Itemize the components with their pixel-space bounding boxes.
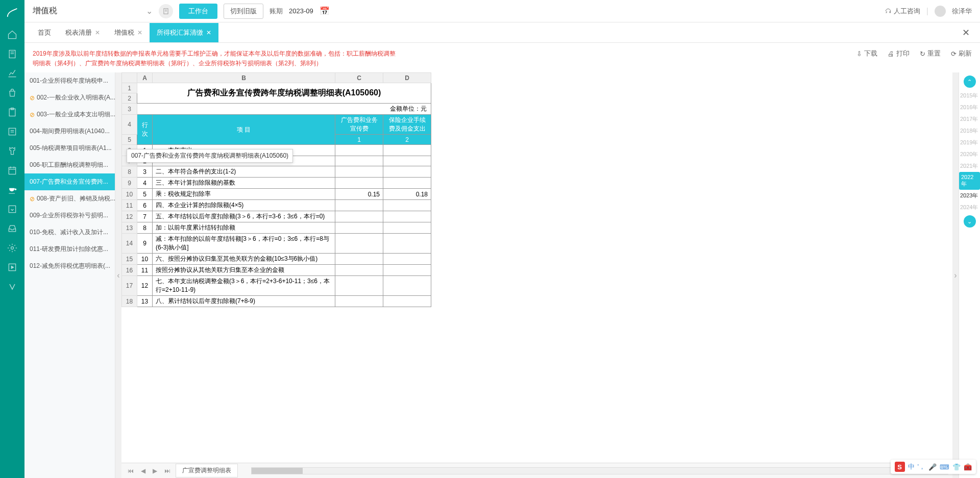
close-icon[interactable]: ✕ (137, 29, 142, 36)
sheet-nav-next[interactable]: ▶ (151, 467, 159, 474)
value-cell[interactable] (335, 166, 383, 178)
print-button[interactable]: 🖨 打印 (888, 49, 910, 58)
play-icon[interactable] (7, 262, 17, 272)
item-cell[interactable]: 乘：税收规定扣除率 (153, 189, 335, 200)
line-cell[interactable]: 7 (137, 211, 153, 222)
value-cell[interactable] (335, 145, 383, 156)
avatar[interactable] (935, 6, 946, 17)
cup-icon[interactable] (7, 185, 17, 195)
value-cell[interactable] (335, 234, 383, 254)
row-header[interactable]: 10 (122, 189, 137, 200)
workbench-button[interactable]: 工作台 (179, 4, 217, 19)
value-cell[interactable] (383, 234, 431, 254)
value-cell[interactable] (335, 222, 383, 234)
year-item[interactable]: 2024年 (959, 202, 980, 213)
col-header[interactable]: B (153, 73, 335, 83)
calendar-picker-icon[interactable]: 📅 (320, 6, 330, 16)
value-cell[interactable] (383, 222, 431, 234)
row-header[interactable]: 18 (122, 296, 137, 307)
item-cell[interactable]: 五、本年结转以后年度扣除额(3＞6，本行=3-6；3≤6，本行=0) (153, 211, 335, 222)
item-cell[interactable]: 四、本企业计算的扣除限额(4×5) (153, 200, 335, 211)
ime-punct[interactable]: '， (918, 462, 925, 471)
value-cell[interactable] (383, 178, 431, 189)
item-cell[interactable]: 八、累计结转以后年度扣除额(7+8-9) (153, 296, 335, 307)
reset-button[interactable]: ↻ 重置 (920, 49, 941, 58)
form-icon[interactable] (7, 127, 17, 137)
clipboard-icon[interactable] (7, 107, 17, 117)
year-item[interactable]: 2018年 (959, 125, 980, 137)
sheet-tab[interactable]: 广宣费调整明细表 (176, 464, 238, 477)
year-item[interactable]: 2019年 (959, 137, 980, 148)
spreadsheet[interactable]: A B C D 1广告费和业务宣传费跨年度纳税调整明细表(A105060) 2 … (121, 72, 431, 307)
ime-logo-icon[interactable]: S (895, 462, 905, 472)
home-icon[interactable] (7, 30, 17, 40)
archive-icon[interactable] (7, 204, 17, 214)
row-header[interactable]: 16 (122, 265, 137, 276)
list-item[interactable]: 004-期间费用明细表(A1040... (24, 123, 115, 140)
tab-home[interactable]: 首页 (31, 23, 58, 42)
line-cell[interactable]: 10 (137, 254, 153, 265)
year-up-icon[interactable]: ⌃ (964, 76, 976, 88)
value-cell[interactable] (383, 200, 431, 211)
row-header[interactable]: 15 (122, 254, 137, 265)
col-header[interactable]: A (137, 73, 153, 83)
line-cell[interactable]: 11 (137, 265, 153, 276)
line-cell[interactable]: 5 (137, 189, 153, 200)
value-cell[interactable] (335, 178, 383, 189)
list-item[interactable]: 005-纳税调整项目明细表(A1... (24, 140, 115, 157)
col-header[interactable]: C (335, 73, 383, 83)
ime-toolbar[interactable]: S 中 '， 🎤 ⌨ 👕 🧰 (891, 460, 976, 474)
download-button[interactable]: ⇩ 下载 (856, 49, 877, 58)
item-cell[interactable]: 加：以前年度累计结转扣除额 (153, 222, 335, 234)
year-item[interactable]: 2020年 (959, 148, 980, 160)
list-item[interactable]: 011-研发费用加计扣除优惠... (24, 241, 115, 258)
item-cell[interactable]: 二、本年符合条件的支出(1-2) (153, 166, 335, 178)
value-cell[interactable] (383, 156, 431, 166)
year-item[interactable]: 2017年 (959, 113, 980, 125)
line-cell[interactable]: 13 (137, 296, 153, 307)
value-cell[interactable] (335, 254, 383, 265)
ime-skin-icon[interactable]: 👕 (952, 463, 961, 471)
value-cell[interactable] (335, 156, 383, 166)
value-cell[interactable] (335, 276, 383, 296)
line-cell[interactable]: 4 (137, 178, 153, 189)
list-item[interactable]: 007-广告费和业务宣传费跨... (24, 173, 115, 190)
line-cell[interactable]: 9 (137, 234, 153, 254)
row-header[interactable]: 17 (122, 276, 137, 296)
refresh-button[interactable]: ⟳ 刷新 (951, 49, 972, 58)
sheet-nav-last[interactable]: ⏭ (162, 467, 173, 474)
ime-mic-icon[interactable]: 🎤 (928, 463, 937, 471)
list-item[interactable]: 010-免税、减计收入及加计... (24, 224, 115, 241)
row-header[interactable]: 9 (122, 178, 137, 189)
value-cell[interactable] (383, 211, 431, 222)
list-item[interactable]: ⊘008-资产折旧、摊销及纳税... (24, 190, 115, 207)
value-cell[interactable] (383, 296, 431, 307)
item-cell[interactable]: 按照分摊协议从其他关联方归集至本企业的金额 (153, 265, 335, 276)
value-cell[interactable] (383, 276, 431, 296)
row-header[interactable]: 8 (122, 166, 137, 178)
close-icon[interactable]: ✕ (95, 29, 100, 36)
expand-handle[interactable]: › (952, 72, 959, 478)
close-all-icon[interactable]: ✕ (958, 27, 974, 38)
value-cell[interactable] (383, 145, 431, 156)
row-header[interactable]: 12 (122, 211, 137, 222)
line-cell[interactable]: 6 (137, 200, 153, 211)
list-item[interactable]: 009-企业所得税弥补亏损明... (24, 207, 115, 224)
list-item[interactable]: 006-职工薪酬纳税调整明细... (24, 157, 115, 173)
shirt-icon[interactable] (7, 146, 17, 156)
list-item[interactable]: ⊘002-一般企业收入明细表(A... (24, 89, 115, 106)
doc-icon[interactable] (7, 49, 17, 59)
tab-income-tax[interactable]: 所得税汇算清缴✕ (150, 23, 218, 42)
line-cell[interactable]: 8 (137, 222, 153, 234)
corner-cell[interactable] (122, 73, 137, 83)
value-cell[interactable]: 0.15 (335, 189, 383, 200)
switch-old-button[interactable]: 切到旧版 (224, 4, 263, 19)
list-item[interactable]: 001-企业所得税年度纳税申... (24, 72, 115, 89)
bag-icon[interactable] (7, 88, 17, 98)
year-item[interactable]: 2022年 (959, 172, 980, 190)
list-item[interactable]: ⊘003-一般企业成本支出明细... (24, 106, 115, 123)
row-header[interactable]: 14 (122, 234, 137, 254)
line-cell[interactable]: 3 (137, 166, 153, 178)
year-item[interactable]: 2016年 (959, 102, 980, 113)
sheet-nav-prev[interactable]: ◀ (139, 467, 148, 474)
